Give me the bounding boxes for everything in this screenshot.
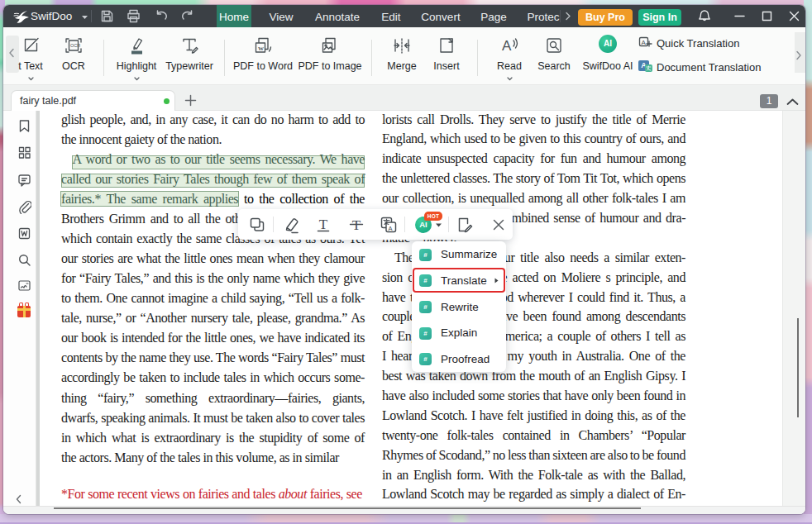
- svg-text:A: A: [389, 224, 393, 231]
- svg-text:T: T: [352, 217, 361, 233]
- svg-text:T: T: [319, 217, 328, 232]
